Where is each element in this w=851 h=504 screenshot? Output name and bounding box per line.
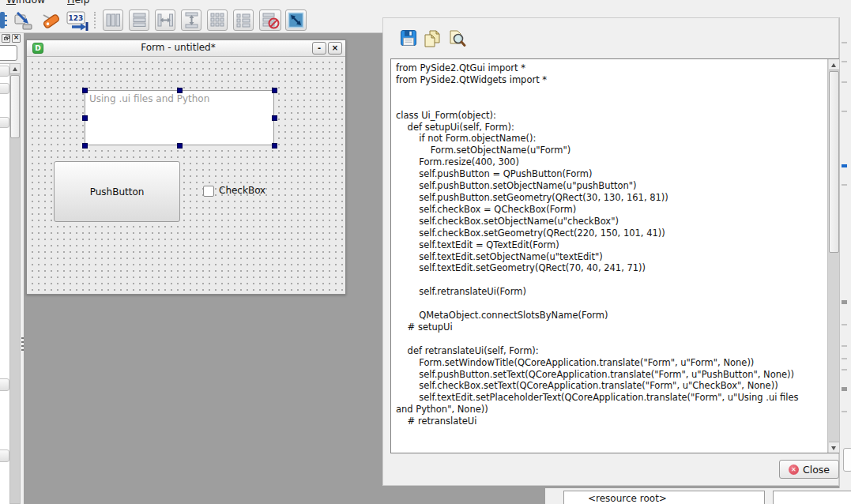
python-code-text[interactable]: from PySide2.QtGui import * from PySide2… — [391, 59, 827, 453]
scroll-down-button[interactable] — [829, 442, 839, 453]
edit-buddies-icon[interactable] — [41, 10, 62, 34]
widget-box-list[interactable] — [0, 63, 9, 504]
copy-button[interactable] — [423, 29, 442, 48]
form-window-titlebar[interactable]: D Form - untitled* - × — [27, 40, 345, 57]
widget-category-header[interactable] — [0, 66, 9, 77]
form-window-title: Form - untitled* — [51, 42, 306, 53]
qt-designer-window: Window Help — [0, 0, 851, 504]
save-icon — [400, 29, 417, 47]
dock-close-button[interactable]: × — [12, 34, 21, 43]
close-button-label: Close — [803, 464, 830, 476]
save-button[interactable] — [400, 29, 419, 48]
layout-vertical-splitter-button[interactable] — [181, 9, 201, 31]
arrow-up-icon — [831, 63, 836, 67]
edit-widgets-icon[interactable] — [0, 10, 8, 31]
scrollbar-thumb[interactable] — [829, 71, 839, 253]
widget-category-header[interactable] — [0, 83, 9, 94]
svg-text:123: 123 — [69, 14, 84, 22]
selection-handle-mid-right[interactable] — [272, 115, 277, 121]
form-editor-window: D Form - untitled* - × Using .ui files a… — [26, 39, 346, 295]
selection-handle-bottom-left[interactable] — [82, 143, 88, 149]
close-button[interactable]: ✕ Close — [779, 460, 839, 479]
textedit-placeholder: Using .ui files and Python — [89, 93, 209, 104]
layout-horizontal-splitter-button[interactable] — [155, 9, 175, 31]
right-panel-edge — [839, 17, 851, 504]
widget-box-panel: × — [0, 33, 24, 504]
selection-handle-mid-left[interactable] — [82, 115, 88, 121]
edit-signals-slots-icon[interactable] — [13, 10, 34, 34]
pushbutton-widget[interactable]: PushButton — [54, 161, 180, 222]
arrow-up-icon — [13, 67, 17, 71]
resource-tree[interactable]: <resource root> — [563, 491, 765, 504]
code-scrollbar[interactable] — [827, 59, 839, 453]
widget-category-header[interactable] — [0, 117, 9, 128]
resource-root-item[interactable]: <resource root> — [564, 491, 764, 504]
layout-horizontal-button[interactable] — [103, 9, 123, 31]
pushbutton-label: PushButton — [90, 186, 145, 197]
selection-handle-bottom-mid[interactable] — [177, 143, 183, 149]
resource-browser-panel: <resource root> — [545, 488, 851, 504]
find-icon — [448, 29, 467, 48]
selection-handle-top-mid[interactable] — [177, 88, 183, 93]
partial-widget-edge — [843, 448, 851, 472]
layout-vertical-button[interactable] — [129, 9, 149, 31]
widget-box-scrollbar[interactable] — [9, 63, 21, 504]
menu-item-window[interactable]: Window — [6, 0, 45, 6]
form-close-button[interactable]: × — [328, 42, 342, 55]
checkbox-label: CheckBox — [219, 185, 265, 196]
scroll-up-button[interactable] — [829, 59, 839, 70]
splitter-handle[interactable] — [21, 337, 24, 352]
scroll-up-button[interactable] — [10, 64, 20, 74]
generated-code-view[interactable]: from PySide2.QtGui import * from PySide2… — [390, 58, 840, 453]
adjust-size-button[interactable] — [285, 9, 307, 31]
dock-float-button[interactable] — [2, 34, 10, 43]
selection-handle-top-right[interactable] — [272, 88, 277, 93]
toolbar-separator — [94, 12, 96, 28]
edit-tab-order-icon[interactable]: 123 — [66, 10, 88, 34]
textedit-widget[interactable]: Using .ui files and Python — [85, 90, 274, 145]
break-layout-button[interactable] — [259, 9, 281, 31]
resource-preview-pane — [773, 491, 851, 504]
selection-handle-top-left[interactable] — [82, 88, 88, 93]
find-button[interactable] — [448, 29, 467, 48]
scrollbar-thumb[interactable] — [10, 75, 20, 138]
selection-handle-bottom-right[interactable] — [272, 143, 277, 149]
form-minimize-button[interactable]: - — [312, 42, 326, 55]
widget-filter-input[interactable] — [0, 45, 17, 61]
selected-row-edge — [842, 164, 847, 167]
layout-form-button[interactable] — [233, 9, 254, 31]
arrow-down-icon — [831, 446, 836, 450]
designer-app-icon: D — [32, 43, 43, 54]
copy-icon — [423, 29, 442, 48]
checkbox-indicator[interactable] — [203, 186, 214, 197]
close-icon: × — [13, 33, 20, 41]
menu-bar: Window Help — [0, 0, 851, 7]
layout-grid-button[interactable] — [207, 9, 228, 31]
widget-category-header[interactable] — [0, 449, 9, 462]
code-preview-dialog: from PySide2.QtGui import * from PySide2… — [382, 17, 839, 486]
widget-category-header[interactable] — [0, 378, 9, 391]
form-canvas[interactable]: Using .ui files and Python PushButton Ch… — [27, 57, 345, 294]
close-circle-icon: ✕ — [789, 465, 799, 475]
menu-item-help[interactable]: Help — [67, 0, 90, 6]
